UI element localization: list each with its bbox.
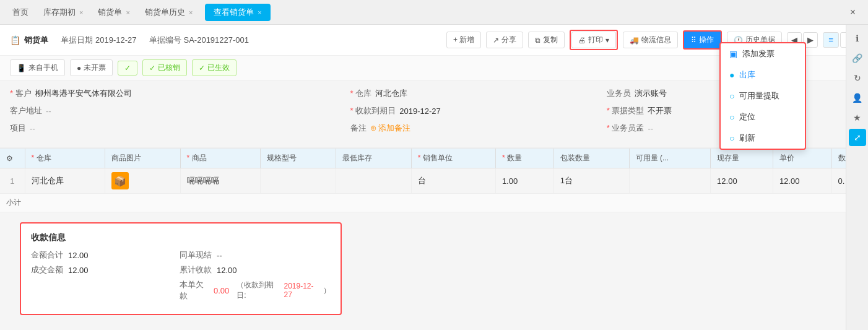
dropdown-refresh[interactable]: ○ 刷新 bbox=[721, 128, 805, 149]
not-open-button[interactable]: ● 未开票 bbox=[70, 59, 113, 76]
col-qty: 数量 bbox=[495, 149, 553, 168]
right-sidebar: ℹ 🔗 ↻ 👤 ★ ⤢ bbox=[846, 25, 868, 330]
sidebar-info-button[interactable]: ℹ bbox=[849, 30, 866, 47]
sidebar-user-button[interactable]: 👤 bbox=[849, 89, 866, 106]
payment-cumulative-label: 累计收款 bbox=[180, 264, 212, 276]
tab-inventory[interactable]: 库存期初 × bbox=[36, 0, 90, 24]
check-effect-icon: ✓ bbox=[199, 64, 205, 72]
col-warehouse: 仓库 bbox=[25, 149, 105, 168]
payment-section: 收款信息 金额合计 12.00 同单现结 -- 成交金额 12.00 累计收款 bbox=[20, 222, 342, 315]
dropdown-available-qty[interactable]: ○ 可用量提取 bbox=[721, 85, 805, 106]
doc-number-label: 单据编号 bbox=[149, 35, 181, 46]
payment-total-amount-value: 12.00 bbox=[68, 251, 89, 260]
doc-icon: 📋 bbox=[10, 35, 20, 45]
check-sold-icon: ✓ bbox=[149, 64, 155, 72]
user-icon: 👤 bbox=[852, 93, 862, 103]
payment-section-wrapper: 收款信息 金额合计 12.00 同单现结 -- 成交金额 12.00 累计收款 bbox=[0, 212, 868, 330]
effect-button[interactable]: ✓ 已生效 bbox=[192, 59, 237, 76]
tab-sale-label: 销货单 bbox=[98, 7, 122, 18]
window-close-button[interactable]: × bbox=[843, 7, 863, 18]
payment-same-settlement-field: 同单现结 -- bbox=[180, 250, 303, 261]
doc-title: 销货单 bbox=[24, 35, 48, 46]
customer-label: 客户 bbox=[10, 88, 32, 99]
sidebar-link-button[interactable]: 🔗 bbox=[849, 50, 866, 67]
new-button[interactable]: + 新增 bbox=[446, 32, 481, 48]
copy-button[interactable]: ⧉ 复制 bbox=[528, 32, 565, 48]
actions-highlight-box: ⠿ 操作 bbox=[683, 30, 722, 50]
salesperson-label: 业务员孟 bbox=[607, 123, 644, 134]
address-label: 客户地址 bbox=[10, 105, 42, 116]
tab-inventory-close[interactable]: × bbox=[79, 9, 83, 16]
list-view-button[interactable]: ≡ bbox=[823, 32, 839, 48]
project-field: 项目 -- bbox=[10, 123, 345, 134]
from-phone-button[interactable]: 📱 来自手机 bbox=[10, 59, 65, 76]
check-icon: ✓ bbox=[124, 64, 131, 72]
actions-icon: ⠿ bbox=[691, 36, 697, 45]
tab-inventory-label: 库存期初 bbox=[43, 7, 76, 18]
tab-sale-history-close[interactable]: × bbox=[189, 9, 193, 16]
add-remark-button[interactable]: ⊕ 添加备注 bbox=[370, 123, 411, 134]
payment-deal-amount-field: 成交金额 12.00 bbox=[31, 264, 155, 276]
address-value: -- bbox=[46, 106, 51, 116]
tab-sale-history[interactable]: 销货单历史 × bbox=[137, 0, 200, 24]
row-qty: 1.00 bbox=[495, 168, 553, 194]
payment-date-value: 2019-12-27 bbox=[399, 106, 441, 116]
remark-label: 备注 bbox=[350, 123, 367, 134]
payment-row-1: 金额合计 12.00 同单现结 -- bbox=[31, 250, 331, 261]
expand-icon: ⤢ bbox=[854, 132, 861, 142]
tab-home[interactable]: 首页 bbox=[5, 0, 36, 24]
refresh-label: 刷新 bbox=[739, 132, 755, 144]
sidebar-rotate-button[interactable]: ↻ bbox=[849, 69, 866, 87]
payment-due-date-value: 2019-12-27 bbox=[284, 282, 318, 299]
payment-row-3: 本单欠款 0.00 （收款到期日: 2019-12-27 ） bbox=[31, 279, 331, 302]
col-stock: 现存量 bbox=[711, 149, 773, 168]
dropdown-out-warehouse[interactable]: ● 出库 bbox=[721, 64, 805, 85]
col-unit-price: 单价 bbox=[773, 149, 831, 168]
project-value: -- bbox=[30, 124, 35, 133]
share-button[interactable]: ↗ 分享 bbox=[486, 32, 523, 48]
logistics-button[interactable]: 🚚 物流信息 bbox=[623, 32, 678, 48]
payment-deal-amount-label: 成交金额 bbox=[31, 264, 63, 276]
sold-button[interactable]: ✓ 已核销 bbox=[142, 59, 187, 76]
doc-number-value: SA-20191227-001 bbox=[184, 35, 250, 45]
employee-label: 业务员 bbox=[607, 88, 631, 99]
payment-cumulative-field: 累计收款 12.00 bbox=[180, 264, 303, 276]
actions-button[interactable]: ⠿ 操作 bbox=[685, 32, 720, 48]
logistics-icon: 🚚 bbox=[630, 36, 639, 45]
col-available: 可用量 (... bbox=[629, 149, 710, 168]
tab-sale[interactable]: 销货单 × bbox=[90, 0, 137, 24]
doc-date-label: 单据日期 bbox=[61, 35, 93, 46]
tab-view-sale-close[interactable]: × bbox=[258, 4, 261, 21]
sidebar-star-button[interactable]: ★ bbox=[849, 109, 866, 126]
dropdown-add-invoice[interactable]: ▣ 添加发票 bbox=[721, 43, 805, 64]
tab-view-sale-label: 查看销货单 bbox=[214, 4, 254, 21]
payment-cumulative-value: 12.00 bbox=[217, 266, 237, 275]
warehouse-value: 河北仓库 bbox=[375, 88, 407, 99]
tab-sale-close[interactable]: × bbox=[126, 9, 129, 16]
dropdown-locate[interactable]: ○ 定位 bbox=[721, 106, 805, 128]
print-icon: 🖨 bbox=[578, 36, 586, 45]
print-dropdown-arrow: ▾ bbox=[605, 36, 609, 45]
check-button[interactable]: ✓ bbox=[118, 61, 137, 76]
ticket-type-label: 票据类型 bbox=[607, 105, 644, 116]
col-pack-qty: 包装数量 bbox=[553, 149, 629, 168]
row-unit-price: 12.00 bbox=[773, 168, 831, 194]
doc-date-field: 单据日期 2019-12-27 bbox=[61, 35, 137, 46]
payment-owed-field: 本单欠款 0.00 （收款到期日: 2019-12-27 ） bbox=[180, 279, 331, 302]
product-image: 📦 bbox=[111, 172, 129, 189]
locate-icon: ○ bbox=[729, 112, 734, 122]
payment-same-settlement-label: 同单现结 bbox=[180, 250, 212, 261]
doc-number-field: 单据编号 SA-20191227-001 bbox=[149, 35, 250, 46]
row-num: 1 bbox=[0, 168, 25, 194]
available-qty-label: 可用量提取 bbox=[739, 90, 779, 102]
sidebar-expand-button[interactable]: ⤢ bbox=[849, 129, 866, 146]
col-min-stock: 最低库存 bbox=[336, 149, 411, 168]
add-remark-icon: ⊕ bbox=[370, 123, 376, 132]
subtotal-label: 小计 bbox=[0, 194, 868, 212]
tab-view-sale[interactable]: 查看销货单 × bbox=[205, 4, 270, 21]
payment-total-amount-field: 金额合计 12.00 bbox=[31, 250, 155, 261]
print-button[interactable]: 🖨 打印 ▾ bbox=[571, 32, 616, 48]
payment-date-label: 收款到期日 bbox=[350, 105, 396, 116]
payment-deal-amount-value: 12.00 bbox=[68, 266, 89, 275]
customer-value: 柳州粤港平安气体有限公司 bbox=[35, 88, 132, 99]
